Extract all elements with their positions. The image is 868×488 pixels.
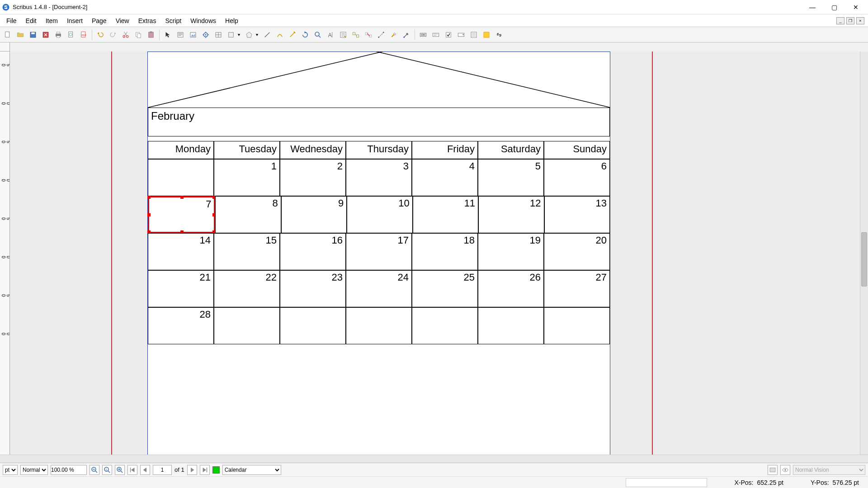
image-frame-tool[interactable] (187, 29, 199, 41)
zoom-out-button[interactable] (90, 465, 99, 475)
calendar-cell[interactable]: 1 (214, 159, 280, 196)
calendar-cell[interactable]: 3 (346, 159, 412, 196)
shape-tool[interactable] (225, 29, 237, 41)
calendar-cell[interactable]: 2 (280, 159, 346, 196)
calendar-cell[interactable]: 10 (347, 196, 412, 233)
layer-select[interactable]: Calendar (222, 465, 281, 475)
menu-help[interactable]: Help (221, 15, 243, 26)
calendar-cell[interactable]: 24 (346, 270, 412, 307)
calendar-cell[interactable]: 22 (214, 270, 280, 307)
maximize-button[interactable]: ▢ (824, 0, 844, 14)
calendar-cell[interactable] (280, 307, 346, 344)
last-page-button[interactable] (200, 465, 210, 475)
pdf-textfield-tool[interactable] (430, 29, 442, 41)
copy-button[interactable] (132, 29, 144, 41)
calendar-cell[interactable] (478, 307, 544, 344)
menu-file[interactable]: File (2, 15, 21, 26)
calendar-cell[interactable]: 12 (478, 196, 544, 233)
open-button[interactable] (14, 29, 26, 41)
unlink-frames-tool[interactable] (363, 29, 374, 41)
menu-insert[interactable]: Insert (62, 15, 87, 26)
line-tool[interactable] (261, 29, 273, 41)
prev-page-button[interactable] (140, 465, 150, 475)
pdf-link-tool[interactable] (493, 29, 505, 41)
selection-handle[interactable] (147, 196, 151, 199)
calendar-cell[interactable]: 7 (148, 196, 215, 233)
calendar-cell[interactable] (346, 307, 412, 344)
canvas[interactable]: February MondayTuesdayWednesdayThursdayF… (10, 52, 860, 455)
eyedropper-tool[interactable] (401, 29, 412, 41)
calendar-cell[interactable]: 25 (412, 270, 478, 307)
weekday-header[interactable]: Tuesday (214, 141, 280, 159)
mdi-minimize-button[interactable]: _ (836, 17, 844, 24)
menu-script[interactable]: Script (160, 15, 186, 26)
calendar-cell[interactable]: 27 (544, 270, 610, 307)
calendar-cell[interactable] (544, 307, 610, 344)
unit-select[interactable]: pt (3, 465, 18, 475)
preview-toggle-button[interactable] (780, 465, 790, 475)
menu-edit[interactable]: Edit (21, 15, 41, 26)
calendar-cell[interactable]: 6 (544, 159, 610, 196)
calendar-cell[interactable]: 9 (281, 196, 347, 233)
freehand-tool[interactable] (287, 29, 298, 41)
zoom-tool[interactable] (312, 29, 324, 41)
table-tool[interactable] (212, 29, 224, 41)
calendar-cell[interactable]: 21 (148, 270, 214, 307)
calendar-cell[interactable]: 5 (478, 159, 544, 196)
calendar-cell[interactable]: 13 (544, 196, 610, 233)
link-frames-tool[interactable] (350, 29, 362, 41)
measure-tool[interactable] (375, 29, 387, 41)
pdf-checkbox-tool[interactable] (443, 29, 454, 41)
scrollbar-thumb[interactable] (861, 232, 867, 286)
calendar-cell[interactable]: 11 (413, 196, 478, 233)
render-frame-tool[interactable] (200, 29, 212, 41)
pdf-combobox-tool[interactable] (455, 29, 467, 41)
horizontal-scrollbar[interactable] (0, 455, 868, 463)
next-page-button[interactable] (187, 465, 197, 475)
print-button[interactable] (52, 29, 64, 41)
calendar-cell[interactable]: 26 (478, 270, 544, 307)
shape-dropdown[interactable]: ▾ (238, 32, 242, 37)
calendar-cell[interactable]: 20 (544, 233, 610, 270)
pdf-annotation-tool[interactable] (481, 29, 492, 41)
save-button[interactable] (27, 29, 39, 41)
undo-button[interactable] (94, 29, 106, 41)
menu-extras[interactable]: Extras (134, 15, 161, 26)
close-button[interactable]: ✕ (845, 0, 866, 14)
pdf-listbox-tool[interactable] (468, 29, 480, 41)
polygon-dropdown[interactable]: ▾ (256, 32, 260, 37)
weekday-header[interactable]: Monday (148, 141, 214, 159)
calendar-cell[interactable]: 23 (280, 270, 346, 307)
polygon-tool[interactable] (243, 29, 255, 41)
close-doc-button[interactable] (40, 29, 52, 41)
calendar-cell[interactable]: 4 (412, 159, 478, 196)
calendar-cell[interactable] (148, 159, 214, 196)
ruler-corner[interactable] (0, 42, 10, 52)
copy-properties-tool[interactable] (388, 29, 400, 41)
first-page-button[interactable] (127, 465, 137, 475)
paste-button[interactable] (145, 29, 157, 41)
calendar-cell[interactable] (412, 307, 478, 344)
story-editor-button[interactable] (337, 29, 349, 41)
vertical-scrollbar[interactable] (860, 52, 868, 455)
weekday-header[interactable]: Sunday (544, 141, 610, 159)
calendar-cell[interactable]: 8 (215, 196, 281, 233)
calendar-cell[interactable]: 18 (412, 233, 478, 270)
calendar-cell[interactable]: 19 (478, 233, 544, 270)
weekday-header[interactable]: Saturday (478, 141, 544, 159)
calendar-cell[interactable]: 17 (346, 233, 412, 270)
zoom-field[interactable] (51, 465, 87, 475)
mdi-close-button[interactable]: × (856, 17, 864, 24)
current-page-field[interactable] (153, 465, 172, 475)
menu-windows[interactable]: Windows (186, 15, 221, 26)
preflight-button[interactable] (65, 29, 77, 41)
menu-item[interactable]: Item (41, 15, 62, 26)
mdi-restore-button[interactable]: ❐ (846, 17, 854, 24)
vision-mode-select[interactable]: Normal Vision (793, 465, 865, 475)
calendar-cell[interactable] (214, 307, 280, 344)
active-input[interactable] (626, 478, 707, 487)
rotate-tool[interactable] (299, 29, 311, 41)
selection-handle[interactable] (147, 213, 151, 216)
calendar-cell[interactable]: 15 (214, 233, 280, 270)
vertical-ruler[interactable]: 450 500 550 600 650 700 750 800 (0, 52, 10, 455)
